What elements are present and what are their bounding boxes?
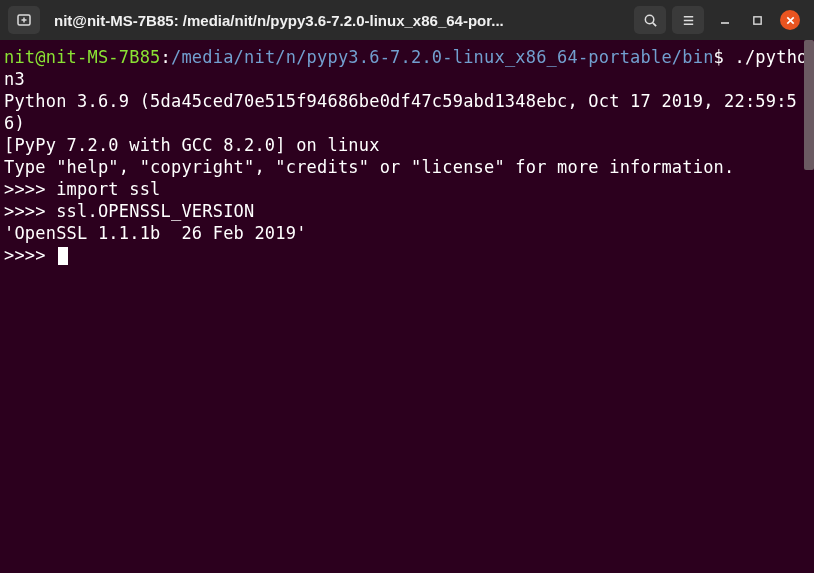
minimize-icon — [719, 14, 731, 26]
svg-rect-9 — [753, 16, 760, 23]
repl-prompt: >>>> — [4, 201, 46, 221]
repl-cmd-1: import ssl — [56, 179, 160, 199]
hamburger-icon — [681, 13, 696, 28]
titlebar: nit@nit-MS-7B85: /media/nit/n/pypy3.6-7.… — [0, 0, 814, 40]
repl-result: 'OpenSSL 1.1.1b 26 Feb 2019' — [4, 222, 810, 244]
repl-prompt: >>>> — [4, 179, 46, 199]
prompt-user-host: nit@nit-MS-7B85 — [4, 47, 161, 67]
svg-line-4 — [652, 22, 655, 25]
repl-prompt: >>>> — [4, 245, 46, 265]
new-tab-icon — [16, 12, 32, 28]
svg-point-3 — [645, 15, 653, 23]
repl-line-2: >>>> ssl.OPENSSL_VERSION — [4, 200, 810, 222]
repl-line-1: >>>> import ssl — [4, 178, 810, 200]
maximize-icon — [752, 15, 763, 26]
output-line-2: [PyPy 7.2.0 with GCC 8.2.0] on linux — [4, 134, 810, 156]
repl-cmd-2: ssl.OPENSSL_VERSION — [56, 201, 254, 221]
search-icon — [643, 13, 658, 28]
new-tab-button[interactable] — [8, 6, 40, 34]
prompt-path: /media/nit/n/pypy3.6-7.2.0-linux_x86_64-… — [171, 47, 714, 67]
prompt-line: nit@nit-MS-7B85:/media/nit/n/pypy3.6-7.2… — [4, 46, 810, 90]
repl-empty-prompt: >>>> — [4, 244, 810, 266]
terminal-body[interactable]: nit@nit-MS-7B85:/media/nit/n/pypy3.6-7.2… — [0, 40, 814, 272]
menu-button[interactable] — [672, 6, 704, 34]
prompt-sigil: $ — [714, 47, 724, 67]
output-line-3: Type "help", "copyright", "credits" or "… — [4, 156, 810, 178]
cursor — [58, 247, 68, 265]
output-line-1: Python 3.6.9 (5da45ced70e515f94686be0df4… — [4, 90, 810, 134]
minimize-button[interactable] — [716, 11, 734, 29]
close-button[interactable] — [780, 10, 800, 30]
scrollbar[interactable] — [804, 40, 814, 170]
window-controls — [710, 10, 806, 30]
prompt-separator: : — [161, 47, 171, 67]
window-title: nit@nit-MS-7B85: /media/nit/n/pypy3.6-7.… — [46, 12, 628, 29]
close-icon — [785, 15, 796, 26]
maximize-button[interactable] — [748, 11, 766, 29]
search-button[interactable] — [634, 6, 666, 34]
